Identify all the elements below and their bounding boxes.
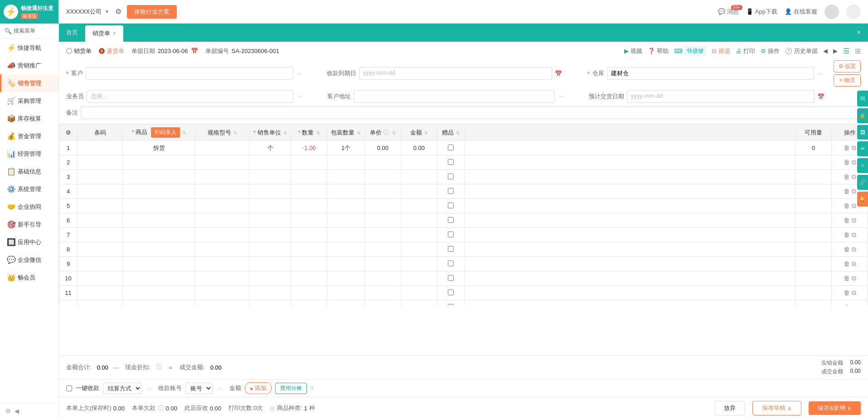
cell-goods-10[interactable] — [123, 286, 195, 300]
sidebar-item-operation[interactable]: 📊 经营管理 — [0, 145, 58, 163]
cell-gift-2[interactable] — [437, 170, 464, 184]
save-new-button[interactable]: 保存&新增 ∧ — [809, 401, 861, 415]
cell-price-4[interactable] — [364, 199, 401, 213]
copy-row-icon[interactable]: ⧉ — [852, 231, 856, 238]
sidebar-item-inventory[interactable]: 📦 库存核算 — [0, 110, 58, 127]
rf-btn-image[interactable]: 🖼 — [857, 125, 868, 140]
sidebar-item-corp-wechat[interactable]: 💬 企业微信 — [0, 251, 58, 269]
cell-gift-4[interactable] — [437, 199, 464, 213]
cell-barcode-0[interactable] — [78, 141, 123, 155]
expected-date-cal-icon[interactable]: 📅 — [817, 93, 824, 100]
sidebar-item-guide[interactable]: 🎯 新手引导 — [0, 216, 58, 233]
amount-sort-icon[interactable]: ⇅ — [424, 130, 428, 135]
cell-spec-5[interactable] — [195, 213, 250, 228]
customer-input[interactable] — [86, 67, 293, 80]
online-service-button[interactable]: 👤 在线客服 — [785, 8, 817, 16]
price-info-icon[interactable]: ⓘ — [383, 129, 389, 136]
one-click-payment-checkbox[interactable] — [66, 385, 72, 391]
add-payment-button[interactable]: ● 添加 — [245, 382, 272, 394]
cell-spec-2[interactable] — [195, 170, 250, 184]
cell-barcode-7[interactable] — [78, 242, 123, 257]
cell-spec-11[interactable] — [195, 300, 250, 306]
cell-pkgqty-0[interactable]: 1个 — [327, 141, 365, 155]
cell-qty-7[interactable] — [291, 242, 327, 257]
cell-qty-10[interactable] — [291, 286, 327, 300]
tab-home[interactable]: 首页 — [59, 24, 85, 42]
cell-unit-0[interactable]: 个 — [250, 141, 291, 155]
cell-amount-5[interactable] — [401, 213, 437, 228]
sidebar-item-sales[interactable]: 🏷️ 销售管理 — [0, 74, 58, 92]
qty-sort-icon[interactable]: ⇅ — [316, 130, 320, 135]
account-select[interactable]: 账号 — [185, 383, 213, 394]
calc-method-more-icon[interactable]: ··· — [147, 386, 151, 391]
cash-discount-hint-icon[interactable]: ⓘ — [156, 363, 162, 371]
app-download-button[interactable]: 📱 App下载 — [746, 8, 777, 16]
gift-checkbox-2[interactable] — [448, 173, 454, 179]
message-button[interactable]: 💬 消息 99+ — [718, 8, 739, 16]
calc-method-select[interactable]: 结算方式 — [103, 383, 142, 394]
cell-spec-3[interactable] — [195, 184, 250, 199]
cell-goods-0[interactable]: 拆货 — [123, 141, 195, 155]
cell-gift-8[interactable] — [437, 257, 464, 271]
cell-barcode-6[interactable] — [78, 228, 123, 242]
cell-pkgqty-3[interactable] — [327, 184, 365, 199]
cell-amount-11[interactable] — [401, 300, 437, 306]
cell-goods-5[interactable] — [123, 213, 195, 228]
cell-price-9[interactable] — [364, 271, 401, 286]
copy-row-icon[interactable]: ⧉ — [852, 303, 856, 305]
cell-spec-10[interactable] — [195, 286, 250, 300]
gift-checkbox-0[interactable] — [448, 144, 454, 150]
price-sort-icon[interactable]: ⇅ — [392, 130, 396, 135]
trial-button[interactable]: 体验行业方案 — [127, 5, 177, 19]
tab-close-icon[interactable]: × — [113, 30, 116, 37]
cell-amount-6[interactable] — [401, 228, 437, 242]
cell-price-6[interactable] — [364, 228, 401, 242]
topbar-settings-icon[interactable]: ⚙ — [115, 7, 121, 16]
cell-unit-4[interactable] — [250, 199, 291, 213]
delete-row-icon[interactable]: 🗑 — [844, 260, 850, 267]
delete-row-icon[interactable]: 🗑 — [844, 231, 850, 238]
delete-row-icon[interactable]: 🗑 — [844, 289, 850, 296]
cell-unit-3[interactable] — [250, 184, 291, 199]
cell-pkgqty-10[interactable] — [327, 286, 365, 300]
cell-unit-5[interactable] — [250, 213, 291, 228]
sidebar-collapse-icon[interactable]: ◀ — [15, 408, 19, 414]
cell-barcode-11[interactable] — [78, 300, 123, 306]
customer-addr-input[interactable] — [354, 90, 555, 103]
tab-sales-order[interactable]: 销货单 × — [85, 25, 123, 42]
cell-pkgqty-9[interactable] — [327, 271, 365, 286]
cell-price-10[interactable] — [364, 286, 401, 300]
cell-gift-1[interactable] — [437, 155, 464, 170]
cell-spec-1[interactable] — [195, 155, 250, 170]
cell-unit-1[interactable] — [250, 155, 291, 170]
expense-split-button[interactable]: 费用分摊 — [275, 383, 307, 394]
nav-next-icon[interactable]: ▶ — [833, 48, 838, 54]
copy-row-icon[interactable]: ⧉ — [852, 289, 856, 296]
delete-row-icon[interactable]: 🗑 — [844, 217, 850, 224]
copy-row-icon[interactable]: ⧉ — [852, 173, 856, 180]
cell-barcode-1[interactable] — [78, 155, 123, 170]
cell-spec-4[interactable] — [195, 199, 250, 213]
cell-pkgqty-8[interactable] — [327, 257, 365, 271]
cell-qty-8[interactable] — [291, 257, 327, 271]
gift-checkbox-4[interactable] — [448, 202, 454, 208]
cell-amount-1[interactable] — [401, 155, 437, 170]
cell-spec-0[interactable] — [195, 141, 250, 155]
notes-input[interactable] — [81, 106, 861, 119]
salesperson-more-icon[interactable]: ··· — [298, 94, 302, 99]
cell-qty-3[interactable] — [291, 184, 327, 199]
gift-checkbox-8[interactable] — [448, 260, 454, 266]
cell-amount-9[interactable] — [401, 271, 437, 286]
radio-return[interactable]: 退货单 — [99, 47, 124, 55]
toolbar-history[interactable]: 🕐 历史单据 — [785, 47, 818, 55]
salesperson-input[interactable]: 选择... — [87, 90, 294, 103]
warehouse-input[interactable]: 建材仓 — [607, 67, 814, 80]
cell-amount-7[interactable] — [401, 242, 437, 257]
cell-price-5[interactable] — [364, 213, 401, 228]
cell-pkgqty-5[interactable] — [327, 213, 365, 228]
cell-pkgqty-6[interactable] — [327, 228, 365, 242]
cell-goods-2[interactable] — [123, 170, 195, 184]
cell-price-1[interactable] — [364, 155, 401, 170]
cell-qty-11[interactable] — [291, 300, 327, 306]
sidebar-item-app-center[interactable]: 🔲 应用中心 — [0, 233, 58, 251]
